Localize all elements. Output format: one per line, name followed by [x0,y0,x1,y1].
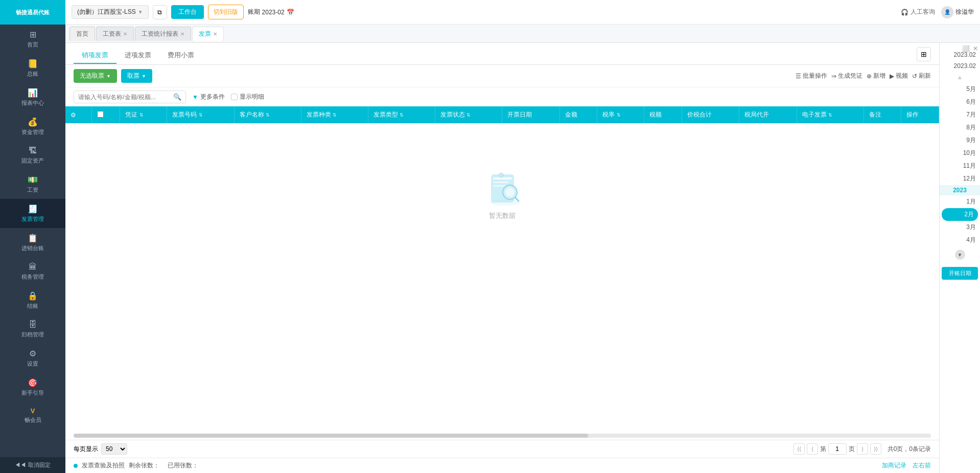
sidebar-item-member[interactable]: V 畅会员 [0,402,65,429]
sidebar-item-salary[interactable]: 💵 工资 [0,170,65,199]
subtab-purchase[interactable]: 进项发票 [116,48,159,64]
new-button[interactable]: ⊕ 新增 [867,72,885,80]
col-e-invoice[interactable]: 电子发票 ⇅ [797,106,864,123]
page-number-input[interactable] [828,443,847,455]
sidebar-item-settings[interactable]: ⚙ 设置 [0,344,65,373]
sidebar-item-archive[interactable]: 🗄 归档管理 [0,315,65,344]
col-voucher[interactable]: 凭证 ⇅ [120,106,167,123]
tab-salary-stats[interactable]: 工资统计报表 ✕ [135,27,191,41]
date-9[interactable]: 9月 [940,134,980,147]
invoice-mgmt-icon: 🧾 [28,204,38,214]
date-2023-02-second[interactable]: 2023.02 [940,60,980,72]
maximize-icon[interactable]: ⬜ [962,45,970,52]
prev-page-button[interactable]: ⟨ [807,443,818,455]
open-period-button[interactable]: 开账日期 [942,267,978,280]
date-6[interactable]: 6月 [940,96,980,108]
used-label: 已用张数： [168,461,198,470]
col-checkbox[interactable] [91,106,120,123]
sidebar-item-fixed-assets[interactable]: 🏗 固定资产 [0,141,65,170]
scroll-up-icon[interactable]: ▲ [940,72,980,83]
date-1[interactable]: 1月 [940,195,980,208]
sidebar-item-reports[interactable]: 📊 报表中心 [0,83,65,112]
col-action[interactable]: 操作 [901,106,939,123]
col-settings[interactable]: ⚙ [65,106,91,123]
sidebar-item-ledger[interactable]: 📒 总账 [0,54,65,83]
filter-icon: ▼ [192,94,198,101]
sidebar-item-sales-ledger[interactable]: 📋 进销台账 [0,228,65,257]
subtab-sales[interactable]: 销项发票 [74,48,116,64]
date-12[interactable]: 12月 [940,172,980,185]
date-11[interactable]: 11月 [940,160,980,172]
date-5[interactable]: 5月 [940,83,980,96]
col-tax-amount-total[interactable]: 价税合计 [682,106,739,123]
bottom-links: 加商记录 左右箭 [882,461,931,470]
batch-ops-button[interactable]: ☰ 批量操作 [796,72,827,80]
sidebar-item-close[interactable]: 🔒 结账 [0,286,65,315]
year-2023-header: 2023 [940,185,980,195]
col-invoice-status[interactable]: 发票状态 ⇅ [435,106,502,123]
col-open-date[interactable]: 开票日期 [502,106,560,123]
last-page-button[interactable]: ⟩⟩ [870,443,881,455]
col-remark[interactable]: 备注 [864,106,901,123]
date-2-active[interactable]: 2月 [942,208,978,221]
show-detail-checkbox[interactable] [231,94,238,100]
scroll-down-icon[interactable]: ▼ [940,246,980,263]
salary-stats-tab-close[interactable]: ✕ [180,31,184,37]
col-invoice-type[interactable]: 发票种类 ⇅ [301,106,368,123]
date-10[interactable]: 10月 [940,147,980,160]
scroll-down-circle[interactable]: ▼ [955,250,965,260]
user-menu[interactable]: 👤 徐溢华 [941,6,974,18]
copy-icon-btn[interactable]: ⧉ [153,5,167,19]
show-detail-checkbox-label[interactable]: 显示明细 [231,93,264,101]
salary-tab-close[interactable]: ✕ [123,31,127,37]
select-all-checkbox[interactable] [97,111,104,118]
more-conditions-button[interactable]: ▼ 更多条件 [192,93,225,101]
top-up-link[interactable]: 加商记录 [882,461,906,470]
first-page-button[interactable]: ⟨⟨ [794,443,805,455]
col-tax-bureau[interactable]: 税局代开 [739,106,797,123]
horizontal-scrollbar[interactable] [65,432,939,440]
tab-salary[interactable]: 工资表 ✕ [96,27,134,41]
sidebar-item-label: 新手引导 [21,389,44,397]
switch-old-button[interactable]: 切到旧版 [208,5,244,19]
subtab-expense[interactable]: 费用小票 [159,48,202,64]
col-customer[interactable]: 客户名称 ⇅ [234,106,301,123]
get-ticket-button[interactable]: 取票 ▼ [121,69,152,83]
page-size-select[interactable]: 50 100 [101,443,127,455]
company-selector[interactable]: (勿删）江西股宝-LSS ▼ [72,5,149,19]
refresh-button[interactable]: ↺ 刷新 [912,72,931,80]
help-link[interactable]: 左右箭 [913,461,931,470]
scrollbar-thumb[interactable] [74,434,588,438]
col-tax[interactable]: 税额 [644,106,682,123]
tab-invoice[interactable]: 发票 ✕ [192,27,224,41]
unpin-button[interactable]: ◀◀ 取消固定 [0,457,65,473]
no-selection-button[interactable]: 无选取票 ▼ [74,69,117,83]
next-page-button[interactable]: ⟩ [857,443,868,455]
col-tax-rate[interactable]: 税率 ⇅ [597,106,644,123]
close-panel-icon[interactable]: ✕ [973,45,978,52]
invoice-tab-close[interactable]: ✕ [213,31,217,37]
date-3[interactable]: 3月 [940,221,980,234]
workbench-button[interactable]: 工作台 [171,5,204,19]
tab-home[interactable]: 首页 [69,27,95,41]
grid-view-icon-btn[interactable]: ⊞ [917,47,931,61]
member-icon: V [31,407,35,415]
search-input[interactable] [78,94,171,101]
sidebar-item-invoice-mgmt[interactable]: 🧾 发票管理 [0,199,65,228]
date-4[interactable]: 4月 [940,234,980,246]
search-icon[interactable]: 🔍 [173,93,181,101]
col-invoice-category[interactable]: 发票类型 ⇅ [368,106,435,123]
service-button[interactable]: 🎧 人工客询 [901,8,935,16]
col-amount[interactable]: 金额 [559,106,597,123]
col-invoice-no[interactable]: 发票号码 ⇅ [167,106,234,123]
sidebar-item-guide[interactable]: 🎯 新手引导 [0,373,65,402]
date-7[interactable]: 7月 [940,108,980,121]
generate-voucher-button[interactable]: ⇒ 生成凭证 [831,72,862,80]
sidebar-item-home[interactable]: ⊞ 首页 [0,25,65,54]
guide-icon: 🎯 [28,378,38,388]
date-8[interactable]: 8月 [940,121,980,134]
sidebar-item-tax[interactable]: 🏛 税务管理 [0,257,65,286]
sidebar-item-funds[interactable]: 💰 资金管理 [0,112,65,141]
calendar-icon: 📅 [287,9,294,16]
video-button[interactable]: ▶ 视频 [890,72,908,80]
